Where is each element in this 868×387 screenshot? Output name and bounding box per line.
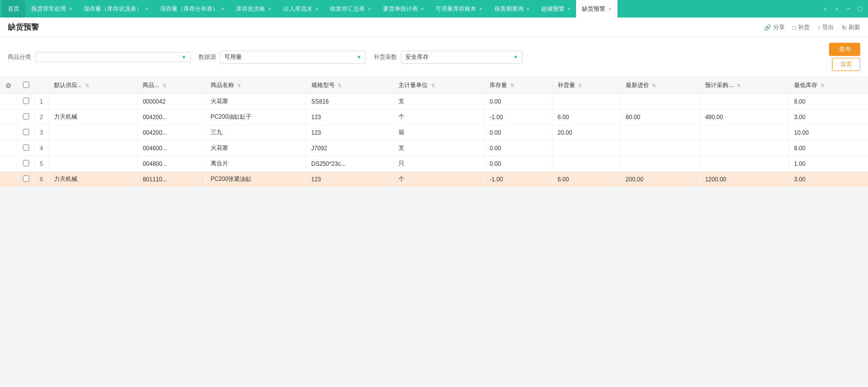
th-replenish-qty[interactable]: 补货量 ⇅ bbox=[553, 77, 621, 94]
row-unit-4: 只 bbox=[394, 156, 485, 172]
tab-exception[interactable]: 拣货异常处理 × bbox=[25, 0, 78, 18]
table-row[interactable]: 2 力天机械 004200... PC200油缸缸子 123 个 -1.00 6… bbox=[0, 109, 868, 125]
sort-icon-min-stock: ⇅ bbox=[820, 83, 824, 88]
export-icon: ↑ bbox=[817, 24, 820, 31]
th-min-stock[interactable]: 最低库存 ⇅ bbox=[789, 77, 868, 94]
category-select[interactable]: ▼ bbox=[35, 52, 191, 62]
page-title: 缺货预警 bbox=[8, 22, 764, 33]
row-checkbox-0[interactable] bbox=[23, 98, 29, 104]
th-product-code[interactable]: 商品... ⇅ bbox=[138, 77, 205, 94]
tab-shortage[interactable]: 缺货预警 × bbox=[576, 0, 617, 18]
row-product-name-1: PC200油缸缸子 bbox=[205, 109, 306, 125]
row-seq-2: 3 bbox=[34, 125, 49, 141]
row-checkbox-cell-0[interactable] bbox=[18, 94, 34, 109]
th-spec[interactable]: 规格型号 ⇅ bbox=[306, 77, 394, 94]
settings-button[interactable]: 设置 bbox=[832, 58, 860, 71]
th-default-supplier[interactable]: 默认供应... ⇅ bbox=[49, 77, 138, 94]
sort-icon-latest-price: ⇅ bbox=[652, 83, 656, 88]
row-stock-qty-4: 0.00 bbox=[485, 156, 553, 172]
sort-icon-replenish-qty: ⇅ bbox=[578, 83, 582, 88]
tab-inout-flow[interactable]: 出入库流水 × bbox=[277, 0, 324, 18]
sort-icon-stock-qty: ⇅ bbox=[510, 83, 514, 88]
row-checkbox-cell-3[interactable] bbox=[18, 141, 34, 156]
row-checkbox-5[interactable] bbox=[23, 176, 29, 182]
row-unit-5: 个 bbox=[394, 172, 485, 187]
row-min-stock-4: 1.00 bbox=[789, 156, 868, 172]
table-row[interactable]: 3 004200... 三九 123 箱 0.00 20.00 10.00 bbox=[0, 125, 868, 141]
replenish-base-select[interactable]: 安全库存 ▼ bbox=[401, 51, 523, 64]
row-unit-2: 箱 bbox=[394, 125, 485, 141]
tab-close-available-ledger[interactable]: × bbox=[479, 6, 482, 12]
row-checkbox-4[interactable] bbox=[23, 160, 29, 166]
tab-close-exception[interactable]: × bbox=[69, 6, 72, 12]
tab-close-batch[interactable]: × bbox=[268, 6, 271, 12]
th-gear[interactable]: ⚙ bbox=[0, 77, 18, 94]
row-seq-5: 6 bbox=[34, 172, 49, 187]
row-est-purchase-5: 1200.00 bbox=[700, 172, 789, 187]
table-row[interactable]: 5 004800... 离合片 DS250*23c... 只 0.00 1.00 bbox=[0, 156, 868, 172]
th-est-purchase[interactable]: 预计采购... ⇅ bbox=[700, 77, 789, 94]
gear-icon[interactable]: ⚙ bbox=[5, 82, 12, 89]
tab-close-stock-dist[interactable]: × bbox=[221, 6, 224, 12]
tab-close-expiry[interactable]: × bbox=[526, 6, 529, 12]
query-button[interactable]: 查询 bbox=[829, 43, 860, 56]
replenish-base-value: 安全库存 bbox=[405, 53, 429, 61]
datasource-value: 可用量 bbox=[224, 53, 242, 61]
th-latest-price[interactable]: 最新进价 ⇅ bbox=[620, 77, 700, 94]
replenish-icon: □ bbox=[793, 24, 796, 31]
row-stock-qty-2: 0.00 bbox=[485, 125, 553, 141]
tab-scroll-left[interactable]: ‹ bbox=[819, 3, 831, 15]
row-est-purchase-4 bbox=[700, 156, 789, 172]
select-all-checkbox[interactable] bbox=[23, 82, 29, 88]
tab-close-overstock[interactable]: × bbox=[567, 6, 570, 12]
row-checkbox-cell-1[interactable] bbox=[18, 109, 34, 125]
row-checkbox-cell-5[interactable] bbox=[18, 172, 34, 187]
row-checkbox-2[interactable] bbox=[23, 129, 29, 135]
datasource-select[interactable]: 可用量 ▼ bbox=[220, 51, 366, 64]
tab-close-inout-flow[interactable]: × bbox=[315, 6, 318, 12]
row-supplier-0 bbox=[49, 94, 138, 109]
tab-stock-dist[interactable]: 现存量（库存分布表） × bbox=[154, 0, 230, 18]
share-action[interactable]: 🔗 分享 bbox=[764, 23, 785, 32]
tab-expiry[interactable]: 保质期查询 × bbox=[488, 0, 535, 18]
sort-icon-product-name: ⇅ bbox=[237, 83, 241, 88]
tab-stock-status[interactable]: 现存量（库存状况表） × bbox=[78, 0, 154, 18]
tab-scroll-right[interactable]: › bbox=[831, 3, 843, 15]
row-checkbox-cell-2[interactable] bbox=[18, 125, 34, 141]
tab-close-shortage[interactable]: × bbox=[608, 6, 611, 12]
tab-overstock[interactable]: 超储预警 × bbox=[535, 0, 576, 18]
row-latest-price-4 bbox=[620, 156, 700, 172]
tab-close-receive-summary[interactable]: × bbox=[368, 6, 371, 12]
tab-available-ledger[interactable]: 可用量库存账本 × bbox=[430, 0, 488, 18]
filter-group-datasource: 数据源 可用量 ▼ bbox=[199, 51, 366, 64]
row-checkbox-1[interactable] bbox=[23, 113, 29, 120]
refresh-action[interactable]: ↻ 刷新 bbox=[842, 23, 860, 32]
table-row[interactable]: 1 0000042 火花塞 SS816 支 0.00 8.00 bbox=[0, 94, 868, 109]
row-est-purchase-1: 480.00 bbox=[700, 109, 789, 125]
tab-minimize[interactable]: − bbox=[843, 3, 854, 15]
th-checkbox[interactable] bbox=[18, 77, 34, 94]
table-row[interactable]: 4 004600... 火花塞 J7092 支 0.00 8.00 bbox=[0, 141, 868, 156]
th-unit[interactable]: 主计量单位 ⇅ bbox=[394, 77, 485, 94]
sort-icon-supplier: ⇅ bbox=[85, 83, 89, 88]
tab-batch[interactable]: 库存批次账 × bbox=[230, 0, 277, 18]
tab-close-stock-status[interactable]: × bbox=[145, 6, 148, 12]
tab-home[interactable]: 首页 bbox=[2, 0, 25, 18]
tab-close-order-stats[interactable]: × bbox=[421, 6, 424, 12]
row-product-name-5: PC200张紧油缸 bbox=[205, 172, 306, 187]
tab-order-stats[interactable]: 要货单统计表 × bbox=[377, 0, 430, 18]
th-product-name[interactable]: 商品名称 ⇅ bbox=[205, 77, 306, 94]
replenish-action[interactable]: □ 补货 bbox=[793, 23, 810, 32]
th-stock-qty[interactable]: 库存量 ⇅ bbox=[485, 77, 553, 94]
category-label: 商品分类 bbox=[8, 53, 31, 61]
export-action[interactable]: ↑ 导出 bbox=[817, 23, 834, 32]
tab-receive-summary[interactable]: 收发存汇总表 × bbox=[324, 0, 377, 18]
page-content: 缺货预警 🔗 分享 □ 补货 ↑ 导出 ↻ 刷新 商品分类 bbox=[0, 18, 868, 187]
row-supplier-3 bbox=[49, 141, 138, 156]
tab-maximize[interactable]: □ bbox=[854, 3, 866, 15]
row-checkbox-cell-4[interactable] bbox=[18, 156, 34, 172]
row-supplier-1: 力天机械 bbox=[49, 109, 138, 125]
row-checkbox-3[interactable] bbox=[23, 144, 29, 151]
row-product-name-0: 火花塞 bbox=[205, 94, 306, 109]
table-row[interactable]: 6 力天机械 801110... PC200张紧油缸 123 个 -1.00 6… bbox=[0, 172, 868, 187]
